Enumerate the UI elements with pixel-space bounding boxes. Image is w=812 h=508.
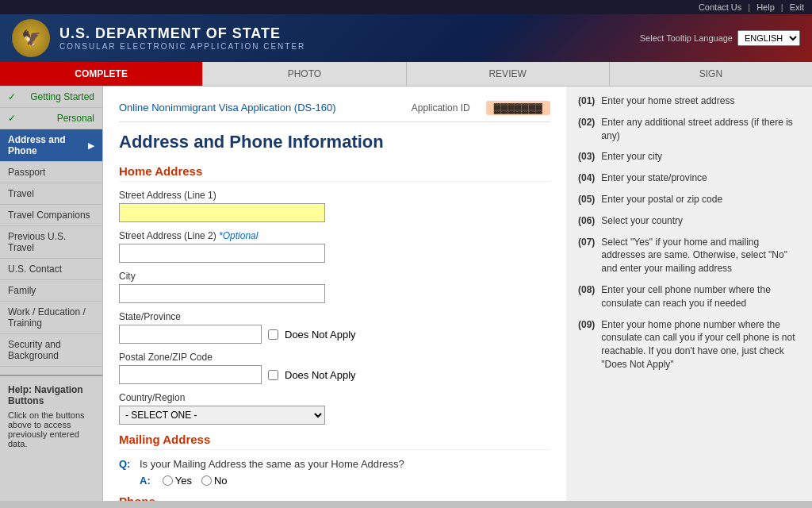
phone-section-title: Phone [119,495,550,501]
no-label: No [214,475,228,487]
tab-review[interactable]: REVIEW [407,62,610,86]
help-link[interactable]: Help [756,2,775,12]
department-name: U.S. Department of State [59,25,305,42]
country-group: Country/Region - SELECT ONE - [119,392,550,425]
mailing-address-section-title: Mailing Address [119,433,550,450]
street1-group: Street Address (Line 1) [119,190,550,222]
street1-input[interactable] [119,203,325,222]
tab-complete[interactable]: COMPLETE [0,62,203,86]
annotation-09: (09) Enter your home phone number where … [578,318,800,371]
country-label: Country/Region [119,392,550,403]
city-label: City [119,271,550,282]
postal-does-not-apply-label: Does Not Apply [285,369,356,381]
mailing-question-text: Is your Mailing Address the same as your… [140,458,404,470]
postal-group: Postal Zone/ZIP Code Does Not Apply [119,352,550,384]
sidebar-item-personal[interactable]: Personal [0,108,102,129]
street2-group: Street Address (Line 2) *Optional [119,230,550,263]
top-bar: Contact Us | Help | Exit [0,0,812,14]
page-header: Online Nonimmigrant Visa Application (DS… [119,94,550,122]
content-area: Online Nonimmigrant Visa Application (DS… [103,87,566,501]
annotation-06: (06) Select your country [578,214,800,228]
arrow-icon: ▶ [88,141,94,150]
app-id-label: Application ID [412,102,470,114]
mailing-question-row: Q: Is your Mailing Address the same as y… [119,458,550,470]
tab-sign[interactable]: SIGN [610,62,812,86]
breadcrumb: Online Nonimmigrant Visa Application (DS… [119,102,336,114]
nav-tabs: COMPLETE PHOTO REVIEW SIGN [0,62,812,87]
state-input[interactable] [119,325,262,344]
contact-us-link[interactable]: Contact Us [699,2,741,12]
language-select[interactable]: ENGLISH [737,30,800,46]
street2-input[interactable] [119,244,325,263]
state-does-not-apply-checkbox[interactable] [268,329,278,340]
exit-link[interactable]: Exit [790,2,804,12]
sidebar-item-security[interactable]: Security and Background [0,334,102,367]
postal-does-not-apply-checkbox[interactable] [268,370,278,380]
annotation-05: (05) Enter your postal or zip code [578,193,800,206]
language-selector-area: Select Tooltip Language ENGLISH [640,30,800,46]
sidebar-help-text: Click on the buttons above to access pre… [8,410,94,448]
country-select[interactable]: - SELECT ONE - [119,406,325,425]
annotation-04: (04) Enter your state/province [578,171,800,185]
state-does-not-apply-label: Does Not Apply [285,329,356,341]
no-radio[interactable] [201,475,212,486]
yes-option[interactable]: Yes [163,475,192,487]
annotation-08: (08) Enter your cell phone number where … [578,283,800,310]
header: 🦅 U.S. Department of State Consular Elec… [0,14,812,62]
city-group: City [119,271,550,303]
sidebar-item-address-phone[interactable]: Address and Phone ▶ [0,129,102,162]
annotation-07: (07) Select "Yes" if your home and maili… [578,236,800,275]
answer-label: A: [140,475,151,487]
sidebar-item-travel[interactable]: Travel [0,183,102,205]
street2-label: Street Address (Line 2) *Optional [119,230,550,241]
sidebar-help: Help: Navigation Buttons Click on the bu… [0,375,102,456]
app-id-value: ▓▓▓▓▓▓▓ [486,101,550,115]
yes-radio[interactable] [163,475,173,486]
street1-label: Street Address (Line 1) [119,190,550,201]
home-address-section-title: Home Address [119,164,550,182]
sidebar-item-family[interactable]: Family [0,280,102,302]
sidebar-help-title: Help: Navigation Buttons [8,384,94,406]
main-layout: Getting Started Personal Address and Pho… [0,87,812,501]
annotation-area: (01) Enter your home street address (02)… [566,87,812,501]
language-label: Select Tooltip Language [640,33,733,43]
sidebar-item-us-contact[interactable]: U.S. Contact [0,259,102,280]
no-option[interactable]: No [201,475,228,487]
department-seal: 🦅 [12,19,50,57]
sidebar-item-passport[interactable]: Passport [0,162,102,183]
sidebar-item-work-education[interactable]: Work / Education / Training [0,302,102,334]
state-group: State/Province Does Not Apply [119,311,550,344]
annotation-01: (01) Enter your home street address [578,94,800,108]
tab-photo[interactable]: PHOTO [203,62,406,86]
sidebar: Getting Started Personal Address and Pho… [0,87,103,501]
sidebar-item-previous-travel[interactable]: Previous U.S. Travel [0,226,102,259]
city-input[interactable] [119,284,325,303]
postal-input[interactable] [119,365,262,384]
question-label: Q: [119,458,135,470]
page-title: Address and Phone Information [119,132,550,152]
mailing-answer-row: A: Yes No [140,475,550,487]
annotation-02: (02) Enter any additional street address… [578,116,800,143]
sidebar-item-getting-started[interactable]: Getting Started [0,87,102,108]
sidebar-item-travel-companions[interactable]: Travel Companions [0,205,102,226]
postal-label: Postal Zone/ZIP Code [119,352,550,363]
annotation-03: (03) Enter your city [578,150,800,164]
state-label: State/Province [119,311,550,322]
mailing-radio-group: Yes No [163,475,228,487]
department-subtitle: Consular Electronic Application Center [59,42,305,51]
yes-label: Yes [175,475,192,487]
